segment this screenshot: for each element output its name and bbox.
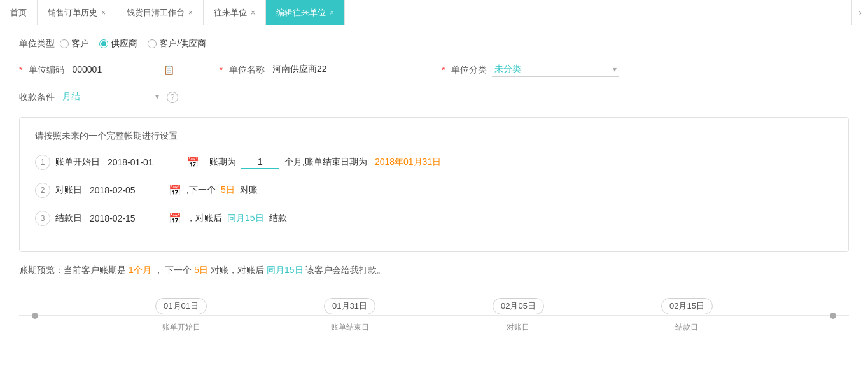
payment-terms-select[interactable]: 月结 ▾ <box>60 90 162 104</box>
preview-prefix: 账期预览：当前客户账期是 <box>19 265 126 275</box>
timeline-badge-4: 02月15日 <box>661 298 713 314</box>
timeline-badge-1: 01月01日 <box>155 298 207 314</box>
calendar-icon-1[interactable]: 📅 <box>186 157 199 169</box>
timeline-item-1: 01月01日 账单开始日 <box>155 298 207 333</box>
setting-num-2: 2 <box>35 183 50 198</box>
reconcile-prefix: ,下一个 <box>186 185 216 196</box>
unit-category-label: 单位分类 <box>451 64 487 76</box>
payment-terms-value: 月结 <box>62 91 153 102</box>
timeline-label-4: 结款日 <box>675 322 698 333</box>
tab-sales-history-close[interactable]: × <box>101 8 106 17</box>
reconcile-day-highlight: 5日 <box>221 185 235 196</box>
tab-edit-contact[interactable]: 编辑往来单位 × <box>266 0 345 25</box>
unit-code-star: * <box>19 65 22 75</box>
main-content: 单位类型 客户 供应商 客户/供应商 * 单位编码 <box>0 25 868 387</box>
unit-code-input[interactable] <box>69 63 158 76</box>
timeline-label-2: 账单结束日 <box>331 322 369 333</box>
radio-group-unit-type: 客户 供应商 客户/供应商 <box>60 38 206 50</box>
preview-reconcile-prefix: 下一个 <box>165 265 192 275</box>
setting-num-3: 3 <box>35 211 50 226</box>
preview-reconcile-suffix: 对账，对账后 <box>211 265 264 275</box>
payment-terms-row: 收款条件 月结 ▾ ? <box>19 90 849 104</box>
unit-category-arrow: ▾ <box>613 65 617 74</box>
panel-title: 请按照未来的一个完整帐期进行设置 <box>35 130 833 142</box>
payment-after: 结款 <box>269 213 287 224</box>
payment-date-input[interactable] <box>87 212 164 225</box>
setting-num-1: 1 <box>35 155 50 170</box>
period-input[interactable] <box>241 155 279 169</box>
tab-home[interactable]: 首页 <box>0 0 38 25</box>
timeline-label-3: 对账日 <box>507 322 529 333</box>
unit-type-row: 单位类型 客户 供应商 客户/供应商 <box>19 38 849 50</box>
setting-label-3: 结款日 <box>55 213 82 224</box>
unit-info-row: * 单位编码 📋 * 单位名称 * 单位分类 未分类 ▾ <box>19 62 849 77</box>
unit-name-input[interactable] <box>270 63 397 76</box>
timeline-badge-3: 02月05日 <box>493 298 544 314</box>
tab-home-label: 首页 <box>10 7 27 18</box>
timeline-item-2: 01月31日 账单结束日 <box>324 298 375 333</box>
help-icon[interactable]: ? <box>167 92 178 103</box>
payment-terms-label: 收款条件 <box>19 92 55 103</box>
setting-label-1: 账单开始日 <box>55 157 100 168</box>
payment-terms-field: 收款条件 月结 ▾ ? <box>19 90 178 104</box>
preview-comma: ， <box>154 265 163 275</box>
radio-customer-circle <box>60 39 69 48</box>
tab-edit-contact-close[interactable]: × <box>330 8 334 17</box>
unit-name-label: 单位名称 <box>229 64 265 76</box>
unit-name-field: * 单位名称 <box>219 63 396 76</box>
timeline-label-1: 账单开始日 <box>162 322 200 333</box>
setting-row-3: 3 结款日 📅 ，对账后 同月15日 结款 <box>35 211 833 226</box>
unit-code-label: 单位编码 <box>29 64 64 76</box>
tab-sales-history-label: 销售订单历史 <box>48 7 97 18</box>
tab-scroll-arrow[interactable]: › <box>851 0 868 25</box>
tab-bar: 首页 销售订单历史 × 钱货日清工作台 × 往来单位 × 编辑往来单位 × › <box>0 0 868 25</box>
preview-reconcile-day: 5日 <box>194 265 208 275</box>
tab-sales-history[interactable]: 销售订单历史 × <box>38 0 116 25</box>
unit-category-field: * 单位分类 未分类 ▾ <box>442 62 619 77</box>
tab-cash-work[interactable]: 钱货日清工作台 × <box>116 0 204 25</box>
preview-text: 账期预览：当前客户账期是 1个月 ， 下一个 5日 对账，对账后 同月15日 该… <box>19 265 849 276</box>
radio-both-circle <box>148 39 157 48</box>
tab-cash-work-label: 钱货日清工作台 <box>127 7 185 18</box>
copy-icon[interactable]: 📋 <box>164 65 174 75</box>
tab-edit-contact-label: 编辑往来单位 <box>276 7 326 18</box>
period-end-date: 2018年01月31日 <box>375 157 441 168</box>
timeline-start <box>32 313 38 319</box>
timeline-item-3: 02月05日 对账日 <box>493 298 544 333</box>
radio-both[interactable]: 客户/供应商 <box>148 38 206 50</box>
unit-category-star: * <box>442 65 445 75</box>
unit-type-label: 单位类型 <box>19 38 55 50</box>
timeline-item-4: 02月15日 结款日 <box>661 298 713 333</box>
setting-label-2: 对账日 <box>55 185 82 196</box>
radio-supplier-circle <box>99 39 108 48</box>
preview-period: 1个月 <box>129 265 151 275</box>
start-date-input[interactable] <box>105 156 181 169</box>
payment-terms-arrow: ▾ <box>155 92 159 101</box>
period-unit-label: 个月,账单结束日期为 <box>284 157 367 168</box>
unit-type-field: 单位类型 客户 供应商 客户/供应商 <box>19 38 206 50</box>
setting-row-1: 1 账单开始日 📅 账期为 个月,账单结束日期为 2018年01月31日 <box>35 155 833 170</box>
radio-customer-label: 客户 <box>71 38 89 50</box>
radio-customer[interactable]: 客户 <box>60 38 89 50</box>
radio-both-label: 客户/供应商 <box>159 38 206 50</box>
tab-contacts-close[interactable]: × <box>251 8 255 17</box>
unit-code-field: * 单位编码 📋 <box>19 63 174 76</box>
tab-contacts[interactable]: 往来单位 × <box>204 0 266 25</box>
tab-contacts-label: 往来单位 <box>214 7 247 18</box>
timeline-items: 01月01日 账单开始日 01月31日 账单结束日 02月05日 对账日 02月… <box>32 298 836 333</box>
reconcile-date-input[interactable] <box>87 184 164 197</box>
timeline: 01月01日 账单开始日 01月31日 账单结束日 02月05日 对账日 02月… <box>19 292 849 339</box>
calendar-icon-2[interactable]: 📅 <box>169 185 181 197</box>
radio-supplier[interactable]: 供应商 <box>99 38 137 50</box>
timeline-start-dot <box>32 313 38 319</box>
reconcile-suffix: 对账 <box>240 185 258 196</box>
payment-day-highlight: 同月15日 <box>227 213 264 224</box>
setting-row-2: 2 对账日 📅 ,下一个 5日 对账 <box>35 183 833 198</box>
timeline-badge-2: 01月31日 <box>324 298 375 314</box>
settings-panel: 请按照未来的一个完整帐期进行设置 1 账单开始日 📅 账期为 个月,账单结束日期… <box>19 117 849 252</box>
preview-payment-suffix: 该客户会给我打款。 <box>305 265 386 275</box>
radio-supplier-label: 供应商 <box>111 38 137 50</box>
calendar-icon-3[interactable]: 📅 <box>169 213 181 225</box>
unit-category-select[interactable]: 未分类 ▾ <box>492 62 619 77</box>
tab-cash-work-close[interactable]: × <box>188 8 193 17</box>
